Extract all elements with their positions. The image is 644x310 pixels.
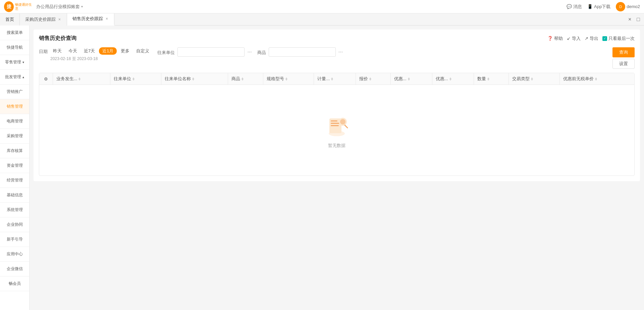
sidebar-item-wechat[interactable]: 企业微信 xyxy=(0,262,29,276)
sidebar-item-search[interactable]: 搜索菜单 xyxy=(0,25,29,40)
th-partner-code-label: 往来单位 xyxy=(114,76,131,82)
main-layout: 搜索菜单 快捷导航 零售管理 ▾ 批发管理 ▴ 营销推广 销售管理 电商管理 采 xyxy=(0,25,644,310)
sidebar-item-vip[interactable]: 畅会员 xyxy=(0,276,29,291)
svg-rect-3 xyxy=(331,123,340,124)
only-last-checkbox-label[interactable]: ✓ 只看最后一次 xyxy=(602,36,635,42)
sidebar-item-finance[interactable]: 资金管理 xyxy=(0,158,29,173)
th-quantity[interactable]: 数量 xyxy=(474,73,509,85)
th-discount1-label: 优惠... xyxy=(394,76,407,82)
sidebar-item-inventory-label: 库存核算 xyxy=(7,148,23,154)
app-download-button[interactable]: 📱 App下载 xyxy=(587,4,610,10)
th-trade-type-label: 交易类型 xyxy=(512,76,530,82)
sidebar-item-finance-label: 资金管理 xyxy=(7,163,23,168)
tab-sales[interactable]: 销售历史价跟踪 × xyxy=(67,13,114,25)
tab-home-label: 首页 xyxy=(5,16,14,22)
app-title-text: 办公用品行业模拟账套 xyxy=(36,4,80,10)
th-partner-name[interactable]: 往来单位名称 xyxy=(161,73,228,85)
page-header-actions: ❓ 帮助 ↙ 导入 ↗ 导出 ✓ 只看最后一次 xyxy=(547,36,635,42)
page-header: 销售历史价查询 ❓ 帮助 ↙ 导入 ↗ 导出 xyxy=(39,35,635,42)
th-settings[interactable]: ⚙ xyxy=(39,73,53,85)
sidebar-item-quicknav[interactable]: 快捷导航 xyxy=(0,40,29,55)
export-button[interactable]: ↗ 导出 xyxy=(585,36,598,42)
sidebar-item-system-label: 系统管理 xyxy=(7,207,23,213)
date-btn-today[interactable]: 今天 xyxy=(66,47,80,55)
th-trade-type[interactable]: 交易类型 xyxy=(509,73,560,85)
table-header-row: ⚙ 业务发生... xyxy=(39,73,634,85)
date-filters: 昨天 今天 近7天 近1月 更多 自定义 2023-02-18 至 2023-0… xyxy=(50,47,152,62)
sidebar-item-inventory[interactable]: 库存核算 xyxy=(0,144,29,158)
partner-filter-dots[interactable]: ··· xyxy=(247,49,252,55)
tab-purchase[interactable]: 采购历史价跟踪 × xyxy=(20,13,67,25)
gear-icon: ⚙ xyxy=(44,76,48,82)
date-btn-custom[interactable]: 自定义 xyxy=(133,47,152,55)
tab-home[interactable]: 首页 xyxy=(0,13,20,25)
settings-button[interactable]: 设置 xyxy=(612,59,635,69)
sort-trade-type-icon xyxy=(531,78,533,81)
empty-text: 暂无数据 xyxy=(328,143,345,149)
sidebar-item-wholesale[interactable]: 批发管理 ▴ xyxy=(0,70,29,85)
date-btn-7days[interactable]: 近7天 xyxy=(81,47,98,55)
th-price[interactable]: 报价 xyxy=(356,73,390,85)
wholesale-expand-icon: ▴ xyxy=(22,75,24,79)
page-card: 销售历史价查询 ❓ 帮助 ↙ 导入 ↗ 导出 xyxy=(34,30,640,181)
th-goods[interactable]: 商品 xyxy=(228,73,263,85)
only-last-checkbox-icon: ✓ xyxy=(602,36,607,41)
date-range-text: 2023-02-18 至 2023-03-18 xyxy=(50,56,152,62)
goods-input[interactable] xyxy=(269,47,336,57)
page-content: 销售历史价查询 ❓ 帮助 ↙ 导入 ↗ 导出 xyxy=(30,25,644,310)
sidebar-item-retail-label: 零售管理 xyxy=(5,59,21,65)
sort-goods-icon xyxy=(241,78,244,81)
sidebar-item-newbie-label: 新手引导 xyxy=(7,237,23,242)
sidebar-item-retail[interactable]: 零售管理 ▾ xyxy=(0,55,29,70)
app-title-dropdown-icon[interactable]: ▾ xyxy=(81,5,83,8)
sidebar-item-ecommerce[interactable]: 电商管理 xyxy=(0,114,29,129)
sidebar-item-operations[interactable]: 经营管理 xyxy=(0,173,29,188)
sidebar-item-system[interactable]: 系统管理 xyxy=(0,203,29,217)
tab-sales-label: 销售历史价跟踪 xyxy=(72,16,103,22)
sidebar-item-marketing-label: 营销推广 xyxy=(7,89,23,95)
sidebar-item-wholesale-label: 批发管理 xyxy=(5,74,21,80)
sidebar-item-basic[interactable]: 基础信息 xyxy=(0,188,29,203)
sort-partner-code-icon xyxy=(132,78,135,81)
tab-close-all-button[interactable]: × xyxy=(627,16,633,23)
date-btn-yesterday[interactable]: 昨天 xyxy=(50,47,64,55)
th-quantity-label: 数量 xyxy=(477,76,486,82)
goods-filter-dots[interactable]: ··· xyxy=(338,49,343,55)
sidebar-item-newbie[interactable]: 新手引导 xyxy=(0,232,29,247)
sort-biz-date-icon xyxy=(78,78,80,81)
help-button[interactable]: ❓ 帮助 xyxy=(547,36,563,42)
sort-quantity-icon xyxy=(487,78,489,81)
sidebar-item-enterprise-label: 企业协同 xyxy=(7,222,23,227)
th-unit[interactable]: 计量... xyxy=(314,73,356,85)
partner-input[interactable] xyxy=(177,47,245,57)
th-spec[interactable]: 规格型号 xyxy=(263,73,314,85)
tab-purchase-close[interactable]: × xyxy=(58,17,61,22)
date-btn-more[interactable]: 更多 xyxy=(118,47,132,55)
sidebar-item-marketing[interactable]: 营销推广 xyxy=(0,85,29,99)
sidebar-item-purchase-mgmt[interactable]: 采购管理 xyxy=(0,129,29,144)
tab-maximize-button[interactable]: □ xyxy=(635,16,641,23)
sidebar-item-apps[interactable]: 应用中心 xyxy=(0,247,29,262)
messages-button[interactable]: 💬 消息 xyxy=(567,4,582,10)
th-discount2[interactable]: 优惠... xyxy=(432,73,474,85)
sort-partner-name-icon xyxy=(192,78,194,81)
sort-discount2-icon xyxy=(449,78,451,81)
tab-purchase-label: 采购历史价跟踪 xyxy=(25,16,56,22)
date-btn-1month[interactable]: 近1月 xyxy=(99,47,117,55)
query-button[interactable]: 查询 xyxy=(612,47,635,57)
sidebar-item-enterprise[interactable]: 企业协同 xyxy=(0,217,29,232)
sidebar-item-sales-mgmt[interactable]: 销售管理 xyxy=(0,99,29,114)
th-pretax-price[interactable]: 优惠前无税单价 xyxy=(560,73,634,85)
tab-sales-close[interactable]: × xyxy=(105,16,109,21)
th-partner-code[interactable]: 往来单位 xyxy=(110,73,161,85)
query-btn-group: 查询 设置 xyxy=(612,47,635,69)
import-button[interactable]: ↙ 导入 xyxy=(567,36,581,42)
th-biz-date[interactable]: 业务发生... xyxy=(53,73,110,85)
app-title-bar[interactable]: 办公用品行业模拟账套 ▾ xyxy=(34,4,567,10)
logo-abbr: 捷 xyxy=(7,4,11,10)
header-right: 💬 消息 📱 App下载 D demo2 xyxy=(567,2,640,11)
content-area: 销售历史价查询 ❓ 帮助 ↙ 导入 ↗ 导出 xyxy=(30,25,644,310)
sidebar-item-sales-mgmt-label: 销售管理 xyxy=(7,104,23,109)
th-discount1[interactable]: 优惠... xyxy=(390,73,432,85)
user-area[interactable]: D demo2 xyxy=(616,2,640,11)
